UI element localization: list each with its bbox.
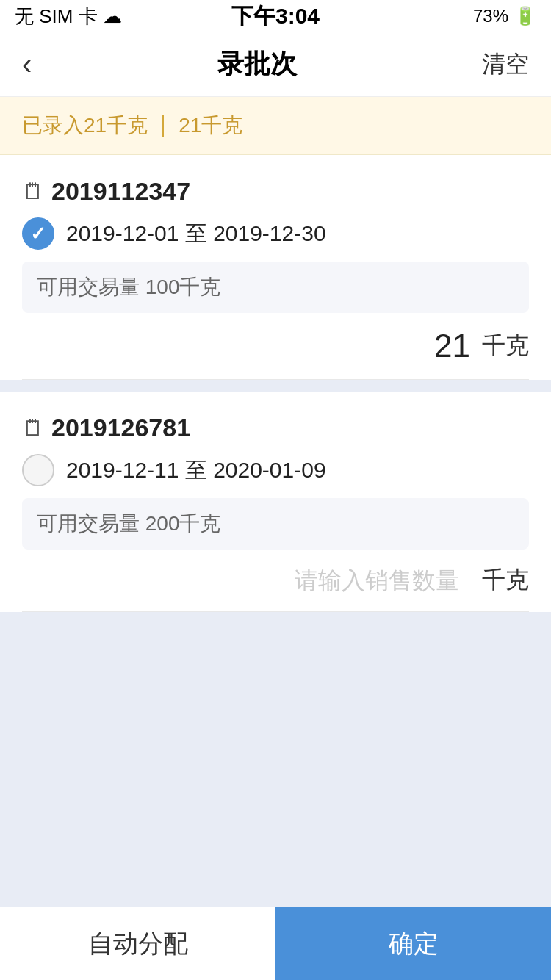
total-amount: 21千克 — [179, 112, 242, 140]
radio-1[interactable] — [22, 217, 54, 250]
nav-bar: ‹ 录批次 清空 — [0, 32, 551, 97]
banner-divider — [162, 115, 164, 137]
battery-status: 73% — [473, 6, 508, 26]
clear-button[interactable]: 清空 — [482, 48, 529, 81]
batch-id-2: 2019126781 — [51, 414, 190, 442]
batch-id-1: 2019112347 — [51, 177, 190, 206]
status-left: 无 SIM 卡 ☁ — [15, 4, 122, 29]
bottom-spacer — [0, 612, 551, 935]
status-time: 下午3:04 — [231, 1, 320, 32]
batch-card-1: 🗒 2019112347 2019-12-01 至 2019-12-30 可用交… — [0, 155, 551, 380]
quantity-value-1: 21 — [434, 328, 470, 364]
batch-date-2: 2019-12-11 至 2020-01-09 — [66, 455, 326, 486]
batch-card-2: 🗒 2019126781 2019-12-11 至 2020-01-09 可用交… — [0, 392, 551, 612]
confirm-button[interactable]: 确定 — [276, 907, 551, 980]
radio-2[interactable] — [22, 454, 54, 486]
batch-available-2: 可用交易量 200千克 — [22, 498, 529, 550]
section-divider-1 — [0, 380, 551, 392]
auto-distribute-button[interactable]: 自动分配 — [0, 907, 276, 980]
batch-date-row-2: 2019-12-11 至 2020-01-09 — [22, 454, 529, 486]
main-content: 🗒 2019112347 2019-12-01 至 2019-12-30 可用交… — [0, 155, 551, 980]
quantity-input-row-2: 千克 — [22, 550, 529, 612]
bottom-bar: 自动分配 确定 — [0, 907, 551, 980]
batch-available-1: 可用交易量 100千克 — [22, 262, 529, 313]
battery-icon: 🔋 — [514, 6, 536, 26]
recorded-amount: 已录入21千克 — [22, 112, 148, 140]
quantity-unit-2: 千克 — [482, 564, 529, 597]
quantity-unit-1: 千克 — [482, 330, 529, 362]
batch-date-row-1: 2019-12-01 至 2019-12-30 — [22, 217, 529, 250]
batch-date-1: 2019-12-01 至 2019-12-30 — [66, 219, 326, 249]
batch-icon-1: 🗒 — [22, 179, 44, 204]
batch-quantity-row-1: 21 千克 — [22, 313, 529, 380]
sim-status: 无 SIM 卡 ☁ — [15, 4, 122, 29]
status-bar: 无 SIM 卡 ☁ 下午3:04 73% 🔋 — [0, 0, 551, 32]
batch-icon-2: 🗒 — [22, 416, 44, 441]
page-title: 录批次 — [217, 46, 297, 82]
batch-header-1: 🗒 2019112347 — [22, 177, 529, 206]
quantity-input-2[interactable] — [22, 567, 470, 594]
info-banner: 已录入21千克 21千克 — [0, 97, 551, 155]
batch-header-2: 🗒 2019126781 — [22, 414, 529, 442]
back-button[interactable]: ‹ — [22, 48, 32, 81]
status-right: 73% 🔋 — [473, 6, 536, 26]
